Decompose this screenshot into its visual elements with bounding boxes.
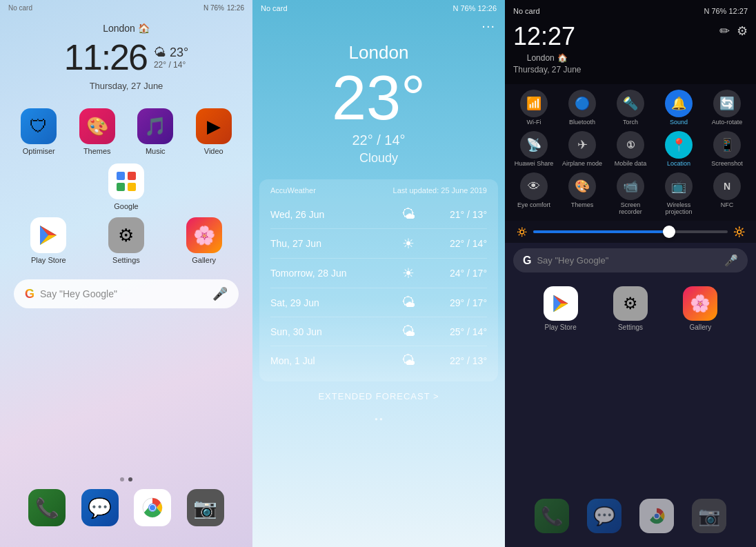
qs-screen-recorder[interactable]: 📹 Screen recorder xyxy=(608,172,653,215)
qs-nfc[interactable]: N NFC xyxy=(705,172,749,215)
shade-playstore-label: Play Store xyxy=(545,324,577,331)
forecast-temps-3: 29° / 17° xyxy=(450,297,487,308)
status-bar-1: No card N 76% 12:26 xyxy=(0,0,252,16)
brightness-track[interactable] xyxy=(533,230,728,233)
forecast-row-3: Sat, 29 Jun 🌤 29° / 17° xyxy=(270,288,487,317)
dock-camera[interactable]: 📷 xyxy=(187,489,224,526)
app-video[interactable]: ▶ Video xyxy=(194,108,234,155)
dock-phone[interactable]: 📞 xyxy=(28,489,66,526)
extended-forecast-button[interactable]: EXTENDED FORECAST > xyxy=(252,381,505,411)
qs-sound[interactable]: 🔔 Sound xyxy=(657,90,701,126)
video-icon: ▶ xyxy=(196,108,232,144)
qs-autorotate[interactable]: 🔄 Auto-rotate xyxy=(705,90,749,126)
no-card-2: No card xyxy=(261,4,288,12)
forecast-temps-5: 22° / 13° xyxy=(450,355,487,366)
shade-settings[interactable]: ⚙ Settings xyxy=(613,286,648,331)
qs-themes[interactable]: 🎨 Themes xyxy=(560,172,604,215)
time-display: 12:26 xyxy=(227,4,244,12)
shade-settings-icon[interactable]: ⚙ xyxy=(737,23,748,39)
svg-point-18 xyxy=(655,514,659,519)
svg-rect-1 xyxy=(128,172,136,180)
forecast-icon-2: ☀ xyxy=(402,265,415,281)
themes-icon: 🎨 xyxy=(79,108,115,144)
google-label: Google xyxy=(114,202,138,210)
signal-text: N 76% xyxy=(203,4,224,12)
sound-label: Sound xyxy=(670,119,688,126)
weather-condition: Cloudy xyxy=(266,151,491,166)
app-optimiser[interactable]: 🛡 Optimiser xyxy=(19,108,59,155)
shade-search-bar[interactable]: G Say "Hey Google" 🎤 xyxy=(513,248,748,272)
app-themes[interactable]: 🎨 Themes xyxy=(77,108,117,155)
qs-screenshot[interactable]: 📱 Screenshot xyxy=(705,131,749,167)
brightness-control[interactable]: 🔅 🔆 xyxy=(505,221,756,243)
forecast-day-4: Sun, 30 Jun xyxy=(270,326,367,337)
shade-dock-messages[interactable]: 💬 xyxy=(587,499,621,533)
svg-rect-0 xyxy=(117,172,125,180)
shade-mic-icon[interactable]: 🎤 xyxy=(724,254,738,267)
dock-chrome[interactable] xyxy=(134,489,171,526)
mobile-data-icon: ① xyxy=(617,131,644,159)
home-icon: 🏠 xyxy=(138,23,150,34)
qs-mobile-data[interactable]: ① Mobile data xyxy=(608,131,653,167)
current-temp: 🌤 23° xyxy=(154,46,188,60)
app-settings[interactable]: ⚙ Settings xyxy=(106,217,146,264)
forecast-row-2: Tomorrow, 28 Jun ☀ 24° / 17° xyxy=(270,259,487,288)
wireless-projection-icon: 📺 xyxy=(665,172,693,200)
edit-icon[interactable]: ✏ xyxy=(719,23,730,39)
wifi-icon: 📶 xyxy=(520,90,548,117)
more-options-dots[interactable]: ··· xyxy=(252,17,505,35)
panel2-page-dots: ● ● xyxy=(252,411,505,429)
mobile-data-label: Mobile data xyxy=(615,160,647,167)
eye-comfort-icon: 👁 xyxy=(520,172,548,200)
shade-gallery-label: Gallery xyxy=(689,324,711,331)
svg-point-11 xyxy=(150,505,155,510)
settings-icon: ⚙ xyxy=(108,217,144,253)
dock-bar: 📞 💬 📷 xyxy=(0,489,252,526)
qs-eye-comfort[interactable]: 👁 Eye comfort xyxy=(512,172,556,215)
microphone-icon[interactable]: 🎤 xyxy=(212,286,228,301)
forecast-row-1: Thu, 27 Jun ☀ 22° / 14° xyxy=(270,229,487,259)
app-google[interactable]: Google xyxy=(106,163,146,210)
weather-provider: AccuWeather xyxy=(270,186,316,195)
forecast-row-5: Mon, 1 Jul 🌤 22° / 13° xyxy=(270,346,487,375)
shade-gallery[interactable]: 🌸 Gallery xyxy=(683,286,717,331)
huawei-share-icon: 📡 xyxy=(520,131,548,159)
temp-range: 22° / 14° xyxy=(154,60,188,70)
qs-bluetooth[interactable]: 🔵 Bluetooth xyxy=(560,90,604,126)
music-icon: 🎵 xyxy=(137,108,173,144)
gallery-icon: 🌸 xyxy=(186,217,222,253)
brightness-high-icon: 🔆 xyxy=(733,226,745,237)
weather-city: London xyxy=(266,42,491,63)
google-icon xyxy=(108,163,144,199)
screenshot-icon: 📱 xyxy=(713,131,741,159)
qs-wireless-proj[interactable]: 📺 Wireless projection xyxy=(657,172,701,215)
quick-settings-row3: 👁 Eye comfort 🎨 Themes 📹 Screen recorder… xyxy=(505,172,756,221)
shade-playstore[interactable]: Play Store xyxy=(544,286,578,331)
home-icon-dark: 🏠 xyxy=(557,53,568,63)
weather-widget[interactable]: London 🏠 11:26 🌤 23° 22° / 14° Thursday,… xyxy=(0,16,252,95)
app-playstore[interactable]: Play Store xyxy=(28,217,68,264)
status-icons-1: N 76% 12:26 xyxy=(203,4,244,12)
forecast-temps-0: 21° / 13° xyxy=(450,209,487,220)
clock-time: 11:26 xyxy=(64,37,147,78)
brightness-thumb[interactable] xyxy=(663,226,675,238)
status-right-2: N 76% 12:26 xyxy=(452,4,497,12)
google-search-bar[interactable]: G Say "Hey Google" 🎤 xyxy=(14,279,239,308)
qs-huawei-share[interactable]: 📡 Huawei Share xyxy=(512,131,556,167)
date-display: Thursday, 27 June xyxy=(0,81,252,91)
shade-dock-chrome[interactable] xyxy=(639,499,674,533)
app-grid-row1: 🛡 Optimiser 🎨 Themes 🎵 Music ▶ Video xyxy=(0,95,252,217)
shade-dock-phone[interactable]: 📞 xyxy=(535,499,569,533)
shade-settings-app-icon: ⚙ xyxy=(613,286,648,321)
forecast-temps-4: 25° / 14° xyxy=(450,326,487,337)
app-music[interactable]: 🎵 Music xyxy=(135,108,175,155)
dock-messages[interactable]: 💬 xyxy=(81,489,119,526)
forecast-icon-1: ☀ xyxy=(402,235,415,252)
qs-airplane[interactable]: ✈ Airplane mode xyxy=(560,131,604,167)
qs-wifi[interactable]: 📶 Wi-Fi xyxy=(512,90,556,126)
qs-location[interactable]: 📍 Location xyxy=(657,131,701,167)
weather-app-panel: No card N 76% 12:26 ··· London 23° 22° /… xyxy=(252,0,505,547)
shade-dock-camera[interactable]: 📷 xyxy=(692,499,726,533)
qs-torch[interactable]: 🔦 Torch xyxy=(608,90,653,126)
app-gallery[interactable]: 🌸 Gallery xyxy=(184,217,224,264)
